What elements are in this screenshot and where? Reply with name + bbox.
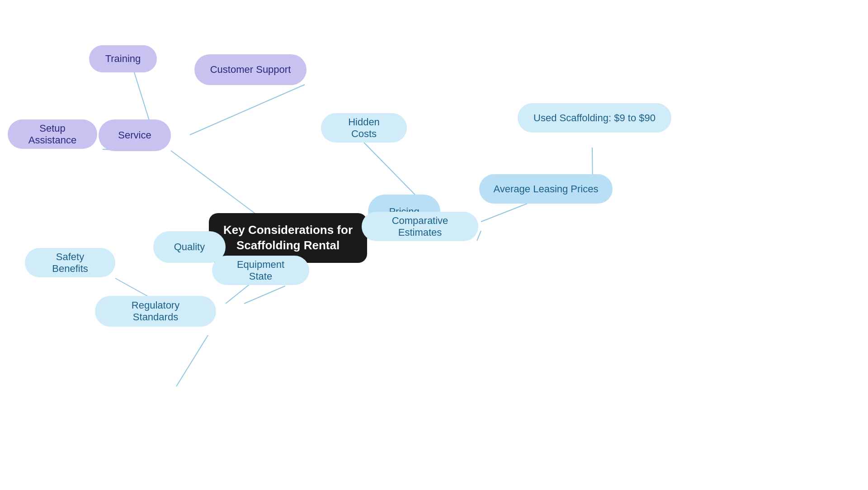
setup-assistance-node: Setup Assistance [8, 119, 97, 149]
svg-line-11 [477, 231, 481, 241]
safety-benefits-node: Safety Benefits [25, 248, 115, 277]
service-node: Service [99, 119, 171, 151]
average-leasing-prices-node: Average Leasing Prices [479, 174, 613, 204]
training-node: Training [89, 45, 157, 72]
regulatory-standards-node: Regulatory Standards [95, 296, 216, 327]
svg-line-7 [176, 335, 208, 386]
svg-line-2 [190, 85, 305, 135]
used-scaffolding-node: Used Scaffolding: $9 to $90 [518, 103, 671, 133]
svg-line-10 [481, 204, 527, 222]
comparative-estimates-node: Comparative Estimates [362, 212, 478, 241]
hidden-costs-node: Hidden Costs [321, 113, 407, 143]
svg-line-6 [244, 286, 285, 304]
quality-node: Quality [153, 231, 226, 263]
equipment-state-node: Equipment State [212, 256, 309, 285]
customer-support-node: Customer Support [194, 54, 307, 85]
